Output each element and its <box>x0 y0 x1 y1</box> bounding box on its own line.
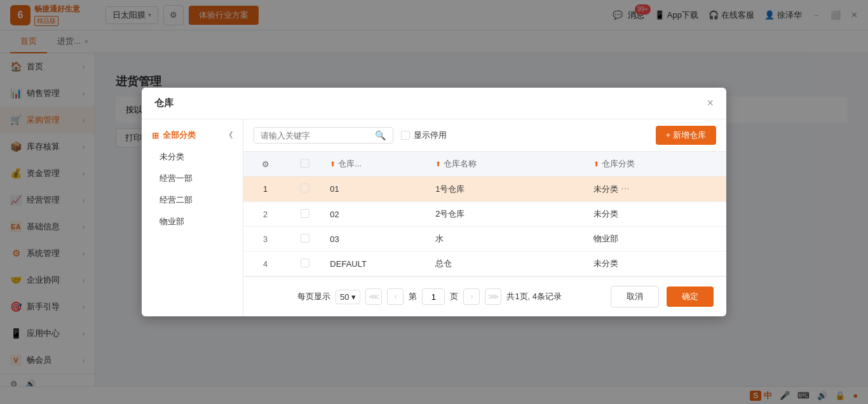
table-row[interactable]: 4 DEFAULT 总仓 未分类 <box>243 252 726 276</box>
row-name: 水 <box>428 227 586 252</box>
page-prev-button[interactable]: ‹ <box>387 288 403 305</box>
category-item-dept1[interactable]: 经营一部 <box>142 168 243 189</box>
dialog-title: 仓库 <box>154 97 173 109</box>
table-row[interactable]: 2 02 2号仓库 未分类 <box>243 202 726 227</box>
col-settings[interactable]: ⚙ <box>243 152 287 177</box>
row-code: 02 <box>322 202 428 227</box>
row-more-button[interactable]: ··· <box>618 183 630 194</box>
pagination: 每页显示 50 ▾ ⋘ ‹ 第 页 › ⋙ 共1页, 4条记录 <box>256 288 603 305</box>
row-category: 物业部 <box>586 227 726 252</box>
category-item-uncategorized[interactable]: 未分类 <box>142 146 243 168</box>
category-all-header[interactable]: ⊞ 全部分类 《 <box>142 125 243 146</box>
page-last-button[interactable]: ⋙ <box>485 288 501 305</box>
dialog-toolbar: 🔍 显示停用 + 新增仓库 <box>243 119 726 152</box>
dialog-body: ⊞ 全部分类 《 未分类 经营一部 经营二部 物业部 🔍 <box>142 119 726 316</box>
table-row[interactable]: 1 01 1号仓库 未分类 ··· <box>243 177 726 202</box>
dialog-overlay: 仓库 × ⊞ 全部分类 《 未分类 经营一部 经营二部 物业部 <box>0 0 868 404</box>
search-box: 🔍 <box>254 127 393 144</box>
row-num: 3 <box>243 227 287 252</box>
collapse-icon[interactable]: 《 <box>225 130 233 141</box>
table-body: 1 01 1号仓库 未分类 ··· 2 02 2号仓库 未分类 3 03 水 物… <box>243 177 726 276</box>
dialog-category-sidebar: ⊞ 全部分类 《 未分类 经营一部 经营二部 物业部 <box>142 119 243 316</box>
dialog-header: 仓库 × <box>142 88 726 119</box>
row-category: 未分类 <box>586 252 726 276</box>
row-checkbox-cell[interactable] <box>287 252 322 276</box>
row-num: 4 <box>243 252 287 276</box>
row-name: 1号仓库 <box>428 177 586 202</box>
page-number-input[interactable] <box>422 288 445 305</box>
sort-icon: ⬆ <box>593 160 599 168</box>
row-code: DEFAULT <box>322 252 428 276</box>
col-checkbox[interactable] <box>287 152 322 177</box>
warehouse-table: ⚙ ⬆仓库... ⬆仓库名称 <box>243 152 726 276</box>
dialog-footer: 每页显示 50 ▾ ⋘ ‹ 第 页 › ⋙ 共1页, 4条记录 <box>243 276 726 316</box>
row-code: 01 <box>322 177 428 202</box>
category-item-property[interactable]: 物业部 <box>142 211 243 232</box>
row-checkbox[interactable] <box>301 184 309 192</box>
show-disabled-label: 显示停用 <box>414 130 447 141</box>
total-info: 共1页, 4条记录 <box>506 291 562 302</box>
dialog-main: 🔍 显示停用 + 新增仓库 ⚙ <box>243 119 726 316</box>
table-row[interactable]: 3 03 水 物业部 <box>243 227 726 252</box>
row-name: 2号仓库 <box>428 202 586 227</box>
warehouse-dialog: 仓库 × ⊞ 全部分类 《 未分类 经营一部 经营二部 物业部 <box>142 88 726 316</box>
add-warehouse-button[interactable]: + 新增仓库 <box>656 126 716 145</box>
confirm-button[interactable]: 确定 <box>667 286 714 307</box>
row-checkbox[interactable] <box>301 209 309 218</box>
row-name: 总仓 <box>428 252 586 276</box>
sort-icon: ⬆ <box>435 160 441 168</box>
row-checkbox-cell[interactable] <box>287 202 322 227</box>
page-label: 页 <box>450 291 458 302</box>
col-category-header[interactable]: ⬆仓库分类 <box>586 152 726 177</box>
table-header: ⚙ ⬆仓库... ⬆仓库名称 <box>243 152 726 177</box>
per-page-select[interactable]: 50 ▾ <box>336 290 360 304</box>
dialog-close-button[interactable]: × <box>707 97 714 110</box>
page-next-button[interactable]: › <box>463 288 480 305</box>
col-name-header[interactable]: ⬆仓库名称 <box>428 152 586 177</box>
search-icon[interactable]: 🔍 <box>375 130 386 140</box>
all-categories-label: 全部分类 <box>163 130 196 141</box>
row-num: 1 <box>243 177 287 202</box>
search-input[interactable] <box>261 131 375 140</box>
data-table: ⚙ ⬆仓库... ⬆仓库名称 <box>243 152 726 276</box>
row-checkbox[interactable] <box>301 259 309 267</box>
row-category: 未分类 ··· <box>586 177 726 202</box>
grid-icon: ⊞ <box>152 131 159 140</box>
show-disabled-checkbox[interactable]: 显示停用 <box>401 130 447 141</box>
row-checkbox[interactable] <box>301 234 309 243</box>
header-checkbox[interactable] <box>301 159 309 168</box>
page-first-button[interactable]: ⋘ <box>365 288 382 305</box>
per-page-label: 每页显示 <box>297 291 330 302</box>
category-item-dept2[interactable]: 经营二部 <box>142 189 243 211</box>
row-category: 未分类 <box>586 202 726 227</box>
row-code: 03 <box>322 227 428 252</box>
row-checkbox-cell[interactable] <box>287 177 322 202</box>
row-num: 2 <box>243 202 287 227</box>
sort-icon: ⬆ <box>330 160 336 168</box>
disabled-checkbox[interactable] <box>401 131 410 140</box>
col-code-header[interactable]: ⬆仓库... <box>322 152 428 177</box>
page-label-pre: 第 <box>409 291 417 302</box>
cancel-button[interactable]: 取消 <box>611 286 659 307</box>
dropdown-icon: ▾ <box>351 292 356 302</box>
row-checkbox-cell[interactable] <box>287 227 322 252</box>
